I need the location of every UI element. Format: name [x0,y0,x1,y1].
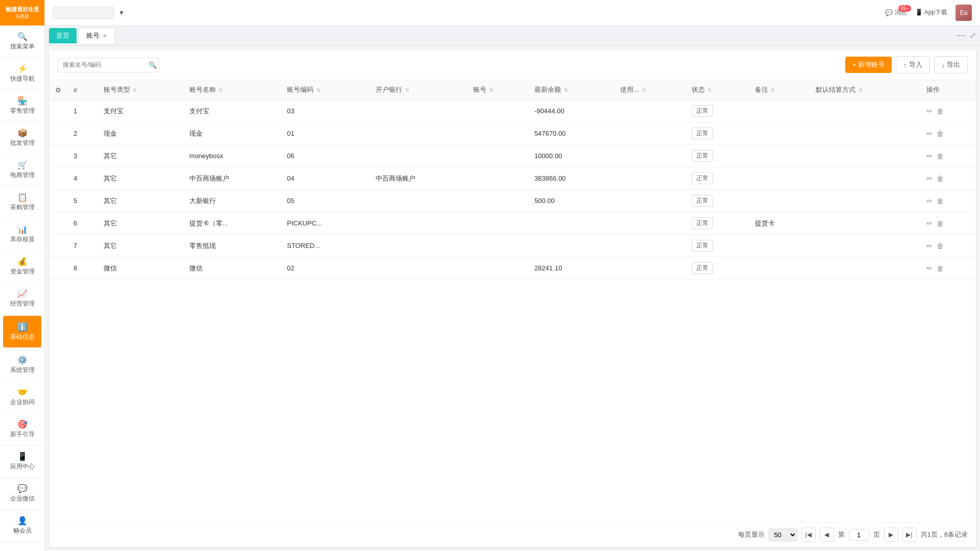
table-row: 5 其它 大新银行 05 500.00 正常 ✏ 🗑 [49,190,976,212]
header-search-input[interactable] [53,7,114,19]
row-gear [49,100,67,122]
tab-account-close[interactable]: ✕ [103,33,107,39]
last-page-button[interactable]: ▶| [902,528,917,542]
sidebar-item-label: 资金管理 [2,267,42,276]
col-remark[interactable]: 备注 ⇅ [749,80,810,100]
app-download-button[interactable]: 📱 App下载 [915,8,947,17]
sidebar-item-app-center[interactable]: 📱 应用中心 [0,445,44,478]
add-account-button[interactable]: + 新增账号 [845,57,892,73]
row-default-payment [810,100,920,122]
table-row: 1 支付宝 支付宝 03 -90444.00 正常 ✏ 🗑 [49,100,976,122]
export-label: 导出 [947,60,960,69]
col-status[interactable]: 状态 ⇅ [685,80,749,100]
delete-icon[interactable]: 🗑 [937,174,944,183]
first-page-button[interactable]: |◀ [801,528,816,542]
row-name: moneybosx [183,145,281,167]
delete-icon[interactable]: 🗑 [937,264,944,272]
sidebar-item-system-mgmt[interactable]: ⚙️ 系统管理 [0,349,44,381]
message-button[interactable]: 💬 消息 99+ [885,8,907,17]
tab-account[interactable]: 账号 ✕ [79,28,115,43]
tab-minimize-icon[interactable]: — [957,31,965,40]
delete-icon[interactable]: 🗑 [937,107,944,115]
col-name[interactable]: 账号名称 ⇅ [183,80,281,100]
sidebar-item-wholesale-mgmt[interactable]: 📦 批发管理 [0,122,44,154]
col-gear[interactable]: ⚙ [49,80,67,100]
row-bank [370,212,467,235]
row-name: 微信 [183,257,281,280]
col-balance[interactable]: 最新余额 ⇅ [528,80,614,100]
sidebar-item-ecommerce-mgmt[interactable]: 🛒 电商管理 [0,154,44,186]
table-row: 2 现金 现金 01 547670.00 正常 ✏ 🗑 [49,122,976,145]
row-code: 05 [281,190,370,212]
delete-icon[interactable]: 🗑 [937,152,944,160]
search-box[interactable]: 🔍 [57,58,159,72]
row-status: 正常 [685,167,749,190]
delete-icon[interactable]: 🗑 [937,219,944,228]
sidebar-item-enterprise-agreement[interactable]: 🤝 企业协同 [0,381,44,413]
delete-icon[interactable]: 🗑 [937,197,944,205]
prev-page-button[interactable]: ◀ [820,528,834,542]
row-num: 3 [67,145,97,167]
edit-icon[interactable]: ✏ [926,264,933,272]
export-button[interactable]: ↓ 导出 [934,56,968,73]
status-badge: 正常 [692,195,713,207]
status-badge: 正常 [692,217,713,229]
row-remark [749,257,810,280]
row-usage [614,145,685,167]
delete-icon[interactable]: 🗑 [937,130,944,138]
row-status: 正常 [685,145,749,167]
sidebar-item-purchase-mgmt[interactable]: 📋 采购管理 [0,186,44,218]
per-page-select[interactable]: 50 100 200 [769,529,797,541]
search-button[interactable]: 🔍 [144,58,159,72]
search-input[interactable] [58,58,144,71]
tab-home[interactable]: 首页 [49,28,77,43]
edit-icon[interactable]: ✏ [926,197,933,205]
sidebar-item-retail-mgmt[interactable]: 🏪 零售管理 [0,90,44,122]
sidebar-item-basic-info[interactable]: ℹ️ 基础信息 [3,316,41,348]
edit-icon[interactable]: ✏ [926,219,933,228]
edit-icon[interactable]: ✏ [926,130,933,138]
sidebar-item-inventory-check[interactable]: 📊 库存核算 [0,218,44,251]
col-type[interactable]: 账号类型 ⇅ [97,80,183,100]
row-actions: ✏ 🗑 [920,167,976,190]
sidebar-item-label: 新手引导 [2,430,42,439]
col-bank[interactable]: 开户银行 ⇅ [370,80,467,100]
col-code[interactable]: 账号编码 ⇅ [281,80,370,100]
edit-icon[interactable]: ✏ [926,152,933,160]
import-button[interactable]: ↑ 导入 [896,56,930,73]
header-dropdown[interactable]: ▼ [118,9,125,16]
sidebar-item-search-menu[interactable]: 🔍 搜索菜单 [0,26,44,58]
tab-expand-icon[interactable]: ⤢ [969,31,976,40]
sidebar-item-label: 搜索菜单 [2,42,42,51]
delete-icon[interactable]: 🗑 [937,242,944,250]
sidebar-item-enterprise-wechat[interactable]: 💬 企业微信 [0,478,44,510]
sidebar-item-label: 系统管理 [2,366,42,374]
row-bank [370,145,467,167]
sidebar-item-member[interactable]: 👤 畅会员 [0,510,44,542]
edit-icon[interactable]: ✏ [926,174,933,183]
sidebar-item-operations-mgmt[interactable]: 📈 经营管理 [0,283,44,315]
row-code: STORED... [281,235,370,257]
col-default-payment[interactable]: 默认结算方式 ⇅ [810,80,920,100]
avatar[interactable]: Ea [955,5,972,21]
col-account[interactable]: 账号 ⇅ [467,80,528,100]
row-default-payment [810,122,920,145]
edit-icon[interactable]: ✏ [926,242,933,250]
edit-icon[interactable]: ✏ [926,107,933,115]
row-gear [49,145,67,167]
row-default-payment [810,257,920,280]
sidebar-item-label: 基础信息 [5,333,39,341]
page-input[interactable] [849,529,869,541]
sidebar-item-newbie-guide[interactable]: 🎯 新手引导 [0,413,44,445]
sidebar-item-finance-mgmt[interactable]: 💰 资金管理 [0,251,44,283]
row-name: 现金 [183,122,281,145]
operations-mgmt-icon: 📈 [2,289,42,298]
col-usage[interactable]: 使用... ⇅ [614,80,685,100]
row-type: 其它 [97,212,183,235]
message-badge: 99+ [898,5,911,12]
next-page-button[interactable]: ▶ [884,528,898,542]
pagination-footer: 每页显示 50 100 200 |◀ ◀ 第 页 ▶ ▶| 共1页，8条记录 [49,522,976,547]
status-badge: 正常 [692,128,713,139]
sidebar-item-quick-nav[interactable]: ⚡ 快捷导航 [0,58,44,90]
accounts-table: ⚙ # 账号类型 ⇅ 账号名称 ⇅ 账号编码 ⇅ 开户银行 ⇅ 账号 ⇅ 最新余… [49,80,976,280]
